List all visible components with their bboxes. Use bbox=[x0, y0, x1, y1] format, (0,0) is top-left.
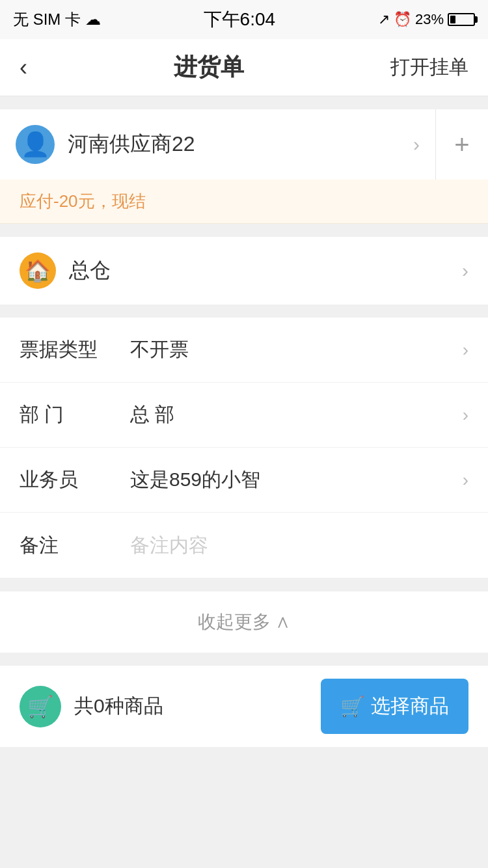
sim-label: 无 SIM 卡 ☁ bbox=[13, 9, 101, 30]
remark-label: 备注 bbox=[20, 532, 117, 559]
status-right: ↗ ⏰ 23% bbox=[378, 11, 475, 28]
salesperson-label: 业务员 bbox=[20, 467, 117, 493]
page-title: 进货单 bbox=[174, 51, 244, 83]
warehouse-icon: 🏠 bbox=[20, 252, 56, 289]
remark-row[interactable]: 备注 备注内容 bbox=[0, 513, 488, 578]
supplier-section: 👤 河南供应商22 › + bbox=[0, 109, 488, 180]
ticket-type-label: 票据类型 bbox=[20, 336, 117, 363]
product-count: 共0种商品 bbox=[74, 693, 321, 720]
department-label: 部 门 bbox=[20, 401, 117, 428]
supplier-add-button[interactable]: + bbox=[436, 109, 488, 180]
location-icon: ↗ bbox=[378, 11, 390, 28]
back-button[interactable]: ‹ bbox=[20, 54, 27, 81]
battery-label: 23% bbox=[415, 11, 444, 28]
notice-bar: 应付-20元，现结 bbox=[0, 180, 488, 224]
warehouse-chevron-icon: › bbox=[462, 260, 468, 282]
department-chevron-icon: › bbox=[463, 405, 468, 426]
alarm-icon: ⏰ bbox=[394, 11, 411, 28]
open-pending-button[interactable]: 打开挂单 bbox=[390, 54, 468, 81]
battery-icon bbox=[448, 13, 475, 26]
select-product-label: 选择商品 bbox=[371, 693, 449, 720]
avatar-icon: 👤 bbox=[21, 131, 50, 158]
house-icon: 🏠 bbox=[25, 258, 51, 283]
status-time: 下午6:04 bbox=[204, 7, 276, 32]
notice-text: 应付-20元，现结 bbox=[20, 191, 146, 211]
supplier-name: 河南供应商22 bbox=[68, 130, 407, 159]
salesperson-chevron-icon: › bbox=[463, 470, 468, 491]
collapse-button[interactable]: 收起更多 ∧ bbox=[0, 591, 488, 653]
ticket-type-value: 不开票 bbox=[117, 336, 456, 363]
warehouse-name: 总仓 bbox=[69, 256, 455, 285]
status-left: 无 SIM 卡 ☁ bbox=[13, 9, 101, 30]
salesperson-value: 这是859的小智 bbox=[117, 467, 456, 493]
select-product-button[interactable]: 🛒 选择商品 bbox=[321, 679, 468, 734]
page-background bbox=[0, 747, 488, 868]
salesperson-row[interactable]: 业务员 这是859的小智 › bbox=[0, 448, 488, 513]
ticket-type-row[interactable]: 票据类型 不开票 › bbox=[0, 318, 488, 383]
supplier-chevron-icon: › bbox=[413, 133, 420, 156]
product-icon: 🛒 bbox=[20, 686, 61, 727]
department-value: 总 部 bbox=[117, 401, 456, 428]
supplier-select-button[interactable]: 👤 河南供应商22 › bbox=[0, 109, 436, 180]
section-gap-1 bbox=[0, 96, 488, 109]
form-section: 票据类型 不开票 › 部 门 总 部 › 业务员 这是859的小智 › 备注 备… bbox=[0, 318, 488, 578]
cart-icon: 🛒 bbox=[27, 694, 53, 719]
status-bar: 无 SIM 卡 ☁ 下午6:04 ↗ ⏰ 23% bbox=[0, 0, 488, 39]
department-row[interactable]: 部 门 总 部 › bbox=[0, 383, 488, 448]
ticket-type-chevron-icon: › bbox=[463, 340, 468, 360]
supplier-avatar: 👤 bbox=[16, 125, 55, 164]
warehouse-select-button[interactable]: 🏠 总仓 › bbox=[0, 237, 488, 305]
bottom-bar: 🛒 共0种商品 🛒 选择商品 bbox=[0, 666, 488, 747]
nav-bar: ‹ 进货单 打开挂单 bbox=[0, 39, 488, 96]
select-product-icon: 🛒 bbox=[340, 695, 364, 718]
remark-input[interactable]: 备注内容 bbox=[117, 532, 468, 559]
